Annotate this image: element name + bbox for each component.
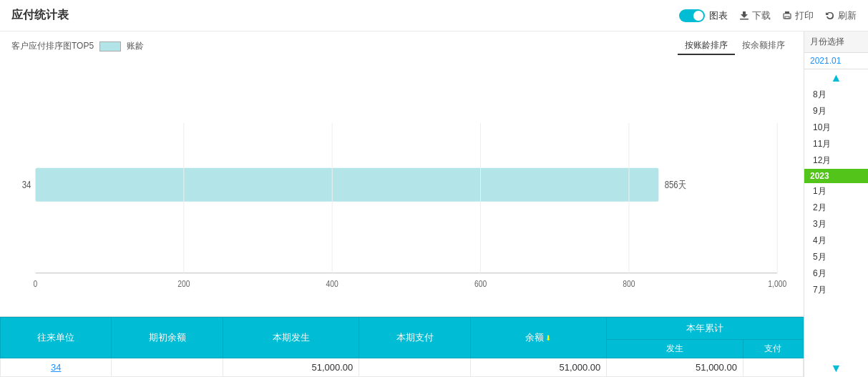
sort-tab-balance[interactable]: 按余额排序 [735,37,792,55]
svg-text:0: 0 [34,278,38,290]
svg-text:800: 800 [623,278,635,290]
toggle-switch[interactable] [679,9,705,22]
col-pay: 本期支付 [359,318,470,358]
month-9[interactable]: 9月 [804,103,868,119]
sidebar-current-date[interactable]: 2021.01 [804,53,868,69]
col-occur: 本期发生 [223,318,359,358]
unit-link[interactable]: 34 [51,362,61,373]
print-icon [782,11,792,21]
data-table: 往来单位 期初余额 本期发生 本期支付 余额⬇ 本年累计 发生 支付 [0,316,804,377]
month-10[interactable]: 10月 [804,119,868,136]
chart-container: 34 856天 0 200 400 600 800 1,000 [0,61,804,316]
cell-balance: 51,000.00 [470,358,607,377]
col-ytd-pay: 支付 [743,340,803,358]
month-8[interactable]: 8月 [804,87,868,103]
toggle-label: 图表 [709,9,728,22]
svg-text:34: 34 [22,179,31,191]
sidebar-months-list: 8月 9月 10月 11月 12月 2023 1月 2月 3月 4月 5月 6月… [804,87,868,360]
month-12[interactable]: 12月 [804,152,868,169]
toggle-knob [693,11,703,21]
month-4[interactable]: 4月 [804,232,868,249]
month-2[interactable]: 2月 [804,200,868,216]
svg-rect-0 [740,19,748,20]
month-3[interactable]: 3月 [804,216,868,232]
header-actions: 图表 下载 打印 刷新 [679,9,857,22]
refresh-button[interactable]: 刷新 [825,9,857,22]
legend-box [99,41,121,52]
cell-occur: 51,000.00 [223,358,359,377]
col-ytd-occur: 发生 [607,340,743,358]
chart-toggle[interactable]: 图表 [679,9,728,22]
cell-ytd-occur: 51,000.00 [607,358,743,377]
col-opening: 期初余额 [112,318,223,358]
legend-area: 客户应付排序图TOP5 账龄 [11,40,144,52]
svg-text:200: 200 [177,278,190,290]
month-6[interactable]: 6月 [804,265,868,282]
download-icon [739,11,749,21]
col-balance: 余额⬇ [470,318,607,358]
svg-text:400: 400 [326,278,339,290]
summary-table: 往来单位 期初余额 本期发生 本期支付 余额⬇ 本年累计 发生 支付 [0,317,804,377]
svg-rect-3 [785,16,789,19]
table-row: 34 51,000.00 51,000.00 51,000.00 [1,358,804,377]
sidebar-up-button[interactable]: ▲ [804,69,868,87]
chart-topbar: 客户应付排序图TOP5 账龄 按账龄排序 按余额排序 [0,31,804,61]
month-7[interactable]: 7月 [804,282,868,298]
sort-tabs: 按账龄排序 按余额排序 [678,37,792,55]
svg-rect-2 [785,11,789,14]
col-ytd-group: 本年累计 [607,318,804,340]
col-unit: 往来单位 [1,318,112,358]
cell-ytd-pay [743,358,803,377]
svg-text:856天: 856天 [665,179,686,191]
sort-tab-age[interactable]: 按账龄排序 [678,37,735,55]
sidebar-down-button[interactable]: ▼ [804,360,868,377]
legend-text: 客户应付排序图TOP5 [11,40,94,52]
cell-opening [112,358,223,377]
page-title: 应付统计表 [11,8,69,23]
month-5[interactable]: 5月 [804,249,868,265]
cell-pay [359,358,470,377]
bar-chart: 34 856天 0 200 400 600 800 1,000 [6,67,792,310]
right-sidebar: 月份选择 2021.01 ▲ 8月 9月 10月 11月 12月 2023 1月… [804,31,868,377]
svg-rect-5 [35,168,658,202]
month-11[interactable]: 11月 [804,136,868,152]
refresh-icon [825,11,835,21]
svg-text:1,000: 1,000 [768,278,786,290]
download-button[interactable]: 下载 [739,9,771,22]
year-badge-2023: 2023 [804,169,868,183]
month-1[interactable]: 1月 [804,183,868,200]
legend-box-label: 账龄 [127,40,144,52]
sidebar-title: 月份选择 [804,31,868,53]
print-button[interactable]: 打印 [782,9,814,22]
svg-text:600: 600 [474,278,487,290]
